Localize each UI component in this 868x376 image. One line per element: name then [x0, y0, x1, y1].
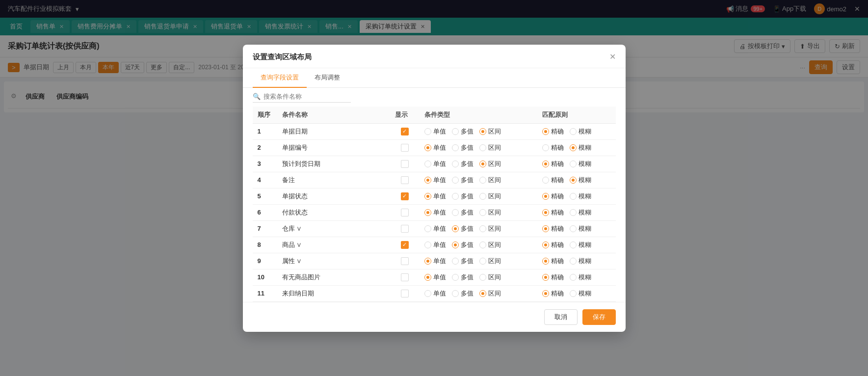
match-radio-9-0[interactable]: 精确 [542, 273, 564, 282]
type-radio-10-0[interactable]: 单值 [424, 289, 446, 298]
type-radio-6-2[interactable]: 区间 [479, 224, 501, 233]
cell-order-10: 11 [253, 285, 277, 301]
radio-dot-match-0-0 [542, 128, 549, 135]
type-radio-2-2[interactable]: 区间 [479, 160, 501, 168]
type-radio-5-1[interactable]: 多值 [452, 208, 473, 217]
cell-show-2[interactable] [390, 156, 420, 172]
checkbox-show-1[interactable] [401, 144, 409, 152]
type-radio-8-1[interactable]: 多值 [452, 257, 473, 266]
type-radio-7-0[interactable]: 单值 [424, 241, 446, 249]
type-radio-0-0[interactable]: 单值 [424, 127, 446, 136]
match-radio-6-0[interactable]: 精确 [542, 224, 564, 233]
radio-label-type-0-2: 区间 [488, 127, 501, 136]
cell-show-8[interactable] [390, 253, 420, 269]
match-radio-2-1[interactable]: 模糊 [570, 160, 591, 168]
match-radio-4-1[interactable]: 模糊 [570, 192, 591, 201]
cell-show-4[interactable] [390, 188, 420, 204]
cell-show-3[interactable] [390, 172, 420, 188]
type-radio-3-2[interactable]: 区间 [479, 176, 501, 185]
cell-type-8: 单值多值区间 [420, 253, 537, 269]
cell-show-9[interactable] [390, 269, 420, 285]
cell-show-7[interactable] [390, 237, 420, 253]
match-radio-0-1[interactable]: 模糊 [570, 127, 591, 136]
checkbox-show-8[interactable] [401, 257, 409, 265]
match-radio-1-0[interactable]: 精确 [542, 143, 564, 152]
type-radio-5-0[interactable]: 单值 [424, 208, 446, 217]
type-radio-group-10: 单值多值区间 [424, 289, 532, 298]
match-radio-2-0[interactable]: 精确 [542, 160, 564, 168]
match-radio-9-1[interactable]: 模糊 [570, 273, 591, 282]
cell-type-7: 单值多值区间 [420, 237, 537, 253]
save-button[interactable]: 保存 [582, 309, 616, 325]
type-radio-9-0[interactable]: 单值 [424, 273, 446, 282]
type-radio-7-2[interactable]: 区间 [479, 241, 501, 249]
type-radio-7-1[interactable]: 多值 [452, 241, 473, 249]
cell-show-6[interactable] [390, 220, 420, 237]
match-radio-7-0[interactable]: 精确 [542, 241, 564, 249]
table-row: 3预计到货日期单值多值区间精确模糊 [253, 156, 616, 172]
checkbox-show-6[interactable] [401, 225, 409, 233]
match-radio-10-1[interactable]: 模糊 [570, 289, 591, 298]
cell-show-0[interactable] [390, 123, 420, 139]
type-radio-10-1[interactable]: 多值 [452, 289, 473, 298]
checkbox-show-3[interactable] [401, 176, 409, 184]
match-radio-7-1[interactable]: 模糊 [570, 241, 591, 249]
match-radio-6-1[interactable]: 模糊 [570, 224, 591, 233]
cell-show-1[interactable] [390, 139, 420, 156]
type-radio-2-0[interactable]: 单值 [424, 160, 446, 168]
type-radio-1-1[interactable]: 多值 [452, 143, 473, 152]
checkbox-show-2[interactable] [401, 160, 409, 168]
match-radio-10-0[interactable]: 精确 [542, 289, 564, 298]
type-radio-8-2[interactable]: 区间 [479, 257, 501, 266]
type-radio-5-2[interactable]: 区间 [479, 208, 501, 217]
match-radio-5-0[interactable]: 精确 [542, 208, 564, 217]
match-radio-3-1[interactable]: 模糊 [570, 176, 591, 185]
type-radio-8-0[interactable]: 单值 [424, 257, 446, 266]
checkbox-show-9[interactable] [401, 273, 409, 281]
search-input[interactable] [263, 93, 342, 100]
type-radio-1-0[interactable]: 单值 [424, 143, 446, 152]
match-radio-5-1[interactable]: 模糊 [570, 208, 591, 217]
match-radio-4-0[interactable]: 精确 [542, 192, 564, 201]
type-radio-4-1[interactable]: 多值 [452, 192, 473, 201]
cancel-button[interactable]: 取消 [544, 309, 578, 325]
checkbox-show-5[interactable] [401, 209, 409, 216]
radio-dot-match-4-1 [570, 193, 577, 200]
match-radio-group-0: 精确模糊 [542, 127, 611, 136]
radio-dot-type-5-2 [479, 209, 486, 216]
type-radio-6-0[interactable]: 单值 [424, 224, 446, 233]
type-radio-2-1[interactable]: 多值 [452, 160, 473, 168]
match-radio-8-0[interactable]: 精确 [542, 257, 564, 266]
type-radio-3-1[interactable]: 多值 [452, 176, 473, 185]
tab-layout-adjust[interactable]: 布局调整 [307, 68, 348, 88]
dialog-close-btn[interactable]: ✕ [609, 53, 616, 61]
checkbox-show-4[interactable] [401, 192, 409, 200]
radio-label-type-8-2: 区间 [488, 257, 501, 266]
checkbox-show-10[interactable] [401, 290, 409, 297]
checkbox-show-7[interactable] [401, 241, 409, 249]
type-radio-0-1[interactable]: 多值 [452, 127, 473, 136]
cell-show-5[interactable] [390, 204, 420, 220]
radio-dot-match-1-0 [542, 144, 549, 151]
radio-dot-match-2-1 [570, 161, 577, 167]
cell-show-10[interactable] [390, 285, 420, 301]
tab-query-field-settings[interactable]: 查询字段设置 [253, 68, 307, 88]
type-radio-3-0[interactable]: 单值 [424, 176, 446, 185]
type-radio-0-2[interactable]: 区间 [479, 127, 501, 136]
type-radio-4-0[interactable]: 单值 [424, 192, 446, 201]
radio-dot-type-0-2 [479, 128, 486, 135]
type-radio-1-2[interactable]: 区间 [479, 143, 501, 152]
checkbox-show-0[interactable] [401, 128, 409, 135]
type-radio-9-2[interactable]: 区间 [479, 273, 501, 282]
radio-dot-type-8-2 [479, 258, 486, 265]
type-radio-6-1[interactable]: 多值 [452, 224, 473, 233]
type-radio-group-8: 单值多值区间 [424, 257, 532, 266]
match-radio-1-1[interactable]: 模糊 [570, 143, 591, 152]
match-radio-3-0[interactable]: 精确 [542, 176, 564, 185]
match-radio-8-1[interactable]: 模糊 [570, 257, 591, 266]
type-radio-10-2[interactable]: 区间 [479, 289, 501, 298]
type-radio-9-1[interactable]: 多值 [452, 273, 473, 282]
type-radio-4-2[interactable]: 区间 [479, 192, 501, 201]
cell-order-0: 1 [253, 123, 277, 139]
match-radio-0-0[interactable]: 精确 [542, 127, 564, 136]
